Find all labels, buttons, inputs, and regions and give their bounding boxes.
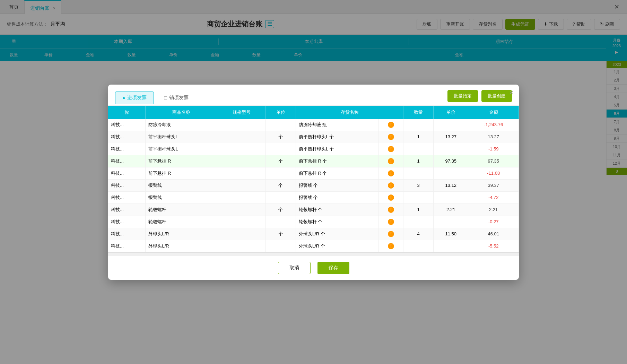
td-unit-price: 13.27 xyxy=(434,131,468,143)
td-amount: -0.27 xyxy=(468,216,519,228)
td-amount: 2.21 xyxy=(468,203,519,216)
td-warn-icon: ! xyxy=(379,216,403,228)
th-product-name: 商品名称 xyxy=(146,106,217,119)
td-warn-icon: ! xyxy=(379,240,403,252)
td-inventory: 前下悬挂 R 个 xyxy=(296,167,378,179)
invoice-table: 你 商品名称 规格型号 单位 存货名称 数量 单价 金额 科技... 防冻冷却液… xyxy=(108,106,519,252)
td-inventory: 外球头L/R 个 xyxy=(296,240,378,252)
td-inventory: 报警线 个 xyxy=(296,191,378,203)
td-unit xyxy=(265,143,296,155)
td-unit-price: 97.35 xyxy=(434,155,468,167)
td-inventory: 前平衡杆球头L 个 xyxy=(296,131,378,143)
td-company: 科技... xyxy=(108,119,146,131)
td-qty xyxy=(403,143,434,155)
th-company: 你 xyxy=(108,106,146,119)
td-company: 科技... xyxy=(108,179,146,191)
th-unit: 单位 xyxy=(265,106,296,119)
batch-assign-button[interactable]: 批量指定 xyxy=(447,90,478,102)
td-unit xyxy=(265,167,296,179)
td-company: 科技... xyxy=(108,167,146,179)
td-warn-icon: ! xyxy=(379,143,403,155)
td-inventory: 轮毂螺杆 个 xyxy=(296,203,378,216)
td-spec xyxy=(217,131,266,143)
modal-header-actions: 批量指定 批量创建 xyxy=(447,90,512,105)
td-warn-icon: ! xyxy=(379,131,403,143)
td-product: 前平衡杆球头L xyxy=(146,131,217,143)
td-spec xyxy=(217,143,266,155)
td-amount: 46.01 xyxy=(468,228,519,240)
td-company: 科技... xyxy=(108,143,146,155)
td-product: 前下悬挂 R xyxy=(146,155,217,167)
td-unit-price xyxy=(434,119,468,131)
horizontal-scrollbar[interactable] xyxy=(108,252,519,256)
td-spec xyxy=(217,179,266,191)
table-row: 科技... 报警线 个 报警线 个 ! 3 13.12 39.37 xyxy=(108,179,519,191)
td-qty: 3 xyxy=(403,179,434,191)
td-qty xyxy=(403,119,434,131)
td-qty xyxy=(403,216,434,228)
td-product: 轮毂螺杆 xyxy=(146,203,217,216)
td-unit: 个 xyxy=(265,179,296,191)
modal-footer: 取消 保存 xyxy=(108,256,519,280)
tab-sales-invoice[interactable]: □ 销项发票 xyxy=(157,92,195,104)
td-unit-price xyxy=(434,167,468,179)
td-amount: -4.72 xyxy=(468,191,519,203)
td-qty: 1 xyxy=(403,131,434,143)
tab-purchase-invoice[interactable]: ● 进项发票 xyxy=(115,92,154,104)
td-company: 科技... xyxy=(108,203,146,216)
td-spec xyxy=(217,228,266,240)
td-product: 防冻冷却液 xyxy=(146,119,217,131)
th-inventory-name: 存货名称 xyxy=(296,106,403,119)
table-row: 科技... 报警线 报警线 个 ! -4.72 xyxy=(108,191,519,203)
cancel-button[interactable]: 取消 xyxy=(278,262,311,274)
td-unit-price xyxy=(434,143,468,155)
invoice-modal: ● 进项发票 □ 销项发票 批量指定 批量创建 × 你 商品名称 规格型号 xyxy=(108,85,519,280)
purchase-invoice-icon: ● xyxy=(122,95,125,101)
td-inventory: 防冻冷却液 瓶 xyxy=(296,119,378,131)
td-spec xyxy=(217,155,266,167)
td-warn-icon: ! xyxy=(379,119,403,131)
modal-overlay: ● 进项发票 □ 销项发票 批量指定 批量创建 × 你 商品名称 规格型号 xyxy=(0,0,627,364)
td-inventory: 外球头L/R 个 xyxy=(296,228,378,240)
table-row: 科技... 前下悬挂 R 个 前下悬挂 R 个 ! 1 97.35 97.35 xyxy=(108,155,519,167)
td-amount: -1,243.76 xyxy=(468,119,519,131)
td-unit-price: 13.12 xyxy=(434,179,468,191)
td-unit xyxy=(265,240,296,252)
td-warn-icon: ! xyxy=(379,167,403,179)
td-spec xyxy=(217,167,266,179)
td-company: 科技... xyxy=(108,228,146,240)
td-qty: 1 xyxy=(403,203,434,216)
td-product: 轮毂螺杆 xyxy=(146,216,217,228)
td-warn-icon: ! xyxy=(379,155,403,167)
table-row: 科技... 外球头L/R 个 外球头L/R 个 ! 4 11.50 46.01 xyxy=(108,228,519,240)
sales-invoice-icon: □ xyxy=(164,95,167,101)
td-unit: 个 xyxy=(265,228,296,240)
td-product: 外球头L/R xyxy=(146,240,217,252)
td-warn-icon: ! xyxy=(379,179,403,191)
td-inventory: 前平衡杆球头L 个 xyxy=(296,143,378,155)
td-unit xyxy=(265,119,296,131)
table-row: 科技... 外球头L/R 外球头L/R 个 ! -5.52 xyxy=(108,240,519,252)
save-button[interactable]: 保存 xyxy=(317,262,349,274)
td-inventory: 报警线 个 xyxy=(296,179,378,191)
batch-create-button[interactable]: 批量创建 xyxy=(481,90,512,102)
td-amount: 97.35 xyxy=(468,155,519,167)
td-unit-price xyxy=(434,216,468,228)
td-qty xyxy=(403,167,434,179)
td-company: 科技... xyxy=(108,155,146,167)
td-inventory: 前下悬挂 R 个 xyxy=(296,155,378,167)
modal-table-wrap: 你 商品名称 规格型号 单位 存货名称 数量 单价 金额 科技... 防冻冷却液… xyxy=(108,106,519,256)
td-company: 科技... xyxy=(108,131,146,143)
td-unit-price: 11.50 xyxy=(434,228,468,240)
td-inventory: 轮毂螺杆 个 xyxy=(296,216,378,228)
table-row: 科技... 轮毂螺杆 个 轮毂螺杆 个 ! 1 2.21 2.21 xyxy=(108,203,519,216)
table-row: 科技... 轮毂螺杆 轮毂螺杆 个 ! -0.27 xyxy=(108,216,519,228)
modal-header: ● 进项发票 □ 销项发票 批量指定 批量创建 xyxy=(108,85,519,106)
td-qty xyxy=(403,191,434,203)
table-row: 科技... 前平衡杆球头L 前平衡杆球头L 个 ! -1.59 xyxy=(108,143,519,155)
td-spec xyxy=(217,216,266,228)
modal-close-button[interactable]: × xyxy=(509,89,513,97)
td-unit: 个 xyxy=(265,203,296,216)
td-spec xyxy=(217,203,266,216)
th-unit-price: 单价 xyxy=(434,106,468,119)
